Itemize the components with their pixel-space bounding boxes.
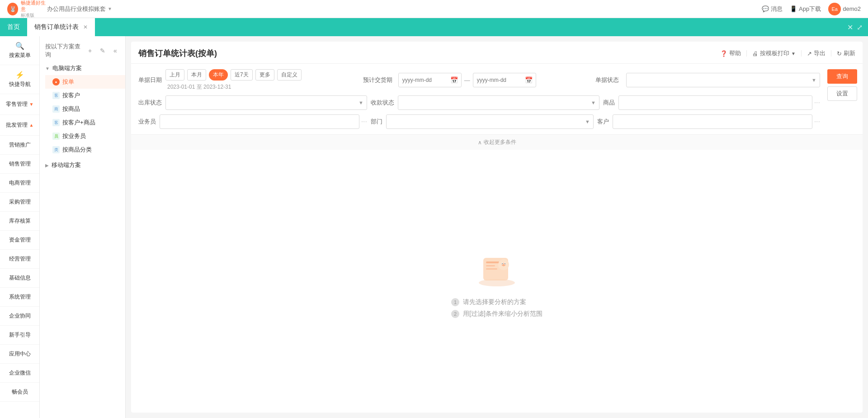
tab-close-icon[interactable]: ✕: [83, 24, 88, 30]
expected-date-to[interactable]: [473, 73, 536, 87]
panel-edit-btn[interactable]: ✎: [98, 46, 107, 55]
app-download-btn[interactable]: 📱 App下载: [790, 5, 821, 13]
salesperson-more-icon[interactable]: ···: [361, 118, 367, 126]
logo-text: 畅捷通好生意 标准版: [21, 0, 47, 18]
sidebar-item-operations[interactable]: 经营管理: [0, 250, 39, 269]
panel-add-btn[interactable]: +: [85, 46, 94, 55]
date-btn-custom[interactable]: 自定义: [277, 69, 302, 81]
print-btn[interactable]: 🖨 按模板打印 ▼: [752, 49, 796, 57]
out-status-select-wrap: ▼: [165, 95, 367, 110]
tree-item-by-product-category[interactable]: 类 按商品分类: [45, 143, 125, 157]
date-btn-this-year[interactable]: 本年: [209, 69, 228, 81]
sidebar-item-quick-nav[interactable]: ⚡ 快捷导航: [0, 65, 39, 94]
date-btn-more[interactable]: 更多: [255, 69, 274, 81]
dept-select-wrap: ▼: [386, 114, 594, 129]
goods-label: 商品: [603, 99, 615, 107]
sidebar-item-inventory[interactable]: 库存核算: [0, 212, 39, 231]
messages-btn[interactable]: 💬 消息: [762, 5, 783, 13]
collect-status-select[interactable]: [398, 95, 599, 110]
customer-input[interactable]: [613, 114, 812, 129]
by-product-category-icon: 类: [52, 146, 60, 153]
salesperson-label: 业务员: [138, 118, 156, 126]
sidebar-item-system[interactable]: 系统管理: [0, 288, 39, 307]
collapse-left-icon: «: [113, 47, 117, 54]
goods-more-icon[interactable]: ···: [814, 99, 820, 107]
tab-maximize-btn[interactable]: ⤢: [857, 23, 863, 32]
dept-select[interactable]: [386, 114, 594, 129]
sidebar-item-finance[interactable]: 资金管理: [0, 231, 39, 250]
tree-item-by-salesperson[interactable]: 员 按业务员: [45, 129, 125, 143]
status-select[interactable]: [626, 73, 820, 87]
collect-status-select-wrap: ▼: [398, 95, 599, 110]
dept-label: 部门: [371, 118, 382, 126]
date-btn-7days[interactable]: 近7天: [231, 69, 253, 81]
sidebar-item-search-menu[interactable]: 🔍 搜索菜单: [0, 36, 39, 65]
date-btn-last-month[interactable]: 上月: [165, 69, 184, 81]
sidebar-item-newbie[interactable]: 新手引导: [0, 326, 39, 345]
svg-point-8: [502, 263, 503, 264]
action-divider-1: [746, 50, 747, 57]
sidebar-item-member[interactable]: 畅会员: [0, 383, 39, 402]
tree-item-by-product[interactable]: 商 按商品: [45, 102, 125, 116]
sidebar-item-wechat[interactable]: 企业微信: [0, 364, 39, 383]
refresh-btn[interactable]: ↻ 刷新: [837, 49, 855, 57]
expected-date-to-wrap: 📅: [473, 73, 536, 87]
sidebar-item-retail[interactable]: 零售管理 ▼: [0, 94, 39, 115]
tab-home-label: 首页: [7, 23, 20, 31]
svg-rect-3: [486, 265, 495, 266]
main-area: 🔍 搜索菜单 ⚡ 快捷导航 零售管理 ▼ 批发管理 ▲ 营销推广 销售管理 电商…: [0, 36, 868, 418]
date-btn-this-month[interactable]: 本月: [187, 69, 206, 81]
search-menu-icon: 🔍: [15, 42, 24, 50]
tree-item-by-order[interactable]: ● 按单: [45, 75, 125, 89]
help-btn[interactable]: ❓ 帮助: [720, 49, 741, 57]
tree-section-pc[interactable]: ▼ 电脑端方案: [40, 62, 125, 75]
tree-expand-arrow-icon: ▼: [45, 66, 50, 71]
tree-section-mobile[interactable]: ▶ 移动端方案: [40, 158, 125, 172]
expected-date-inputs: 📅 — 📅: [398, 73, 592, 87]
tree-item-by-customer-product[interactable]: 客 按客户+商品: [45, 116, 125, 129]
tab-close-btn[interactable]: ✕: [847, 23, 853, 32]
sidebar-item-purchase[interactable]: 采购管理: [0, 193, 39, 212]
out-status-select[interactable]: [165, 95, 367, 110]
panel-collapse-btn[interactable]: «: [111, 46, 120, 55]
sidebar-item-marketing[interactable]: 营销推广: [0, 136, 39, 155]
tab-sales-stats[interactable]: 销售订单统计表 ✕: [27, 18, 95, 36]
tab-home[interactable]: 首页: [0, 18, 27, 36]
tree-item-by-customer[interactable]: 客 按客户: [45, 89, 125, 102]
sidebar-item-ecommerce[interactable]: 电商管理: [0, 174, 39, 193]
sidebar-item-basic[interactable]: 基础信息: [0, 269, 39, 288]
user-area[interactable]: Ea demo2: [828, 3, 861, 15]
breadcrumb-dropdown[interactable]: 办公用品行业模拟账套 ▼: [47, 5, 112, 13]
customer-label: 客户: [597, 118, 609, 126]
sidebar-item-wholesale[interactable]: 批发管理 ▲: [0, 115, 39, 136]
sidebar-item-enterprise[interactable]: 企业协同: [0, 307, 39, 326]
salesperson-input[interactable]: [160, 114, 359, 129]
date-label: 单据日期: [138, 76, 162, 84]
expected-date-label: 预计交货期: [363, 76, 395, 84]
query-btn[interactable]: 查询: [827, 69, 857, 84]
filter-row-2: 出库状态 ▼ 收款状态 ▼ 商品: [138, 95, 820, 110]
message-icon: 💬: [762, 5, 769, 12]
tip-num-1: 1: [451, 298, 459, 306]
empty-tip-2: 2 用[过滤]条件来缩小分析范围: [451, 310, 542, 318]
by-customer-icon: 客: [52, 92, 60, 99]
setting-btn[interactable]: 设置: [827, 86, 857, 101]
goods-input[interactable]: [618, 95, 812, 110]
sidebar-item-appcenter[interactable]: 应用中心: [0, 345, 39, 364]
export-icon: ↗: [807, 50, 812, 57]
page-title: 销售订单统计表(按单): [138, 48, 217, 59]
collapse-icon: ∧: [478, 139, 482, 146]
avatar: Ea: [828, 3, 841, 15]
content-area: 销售订单统计表(按单) ❓ 帮助 🖨 按模板打印 ▼ ↗: [126, 36, 868, 418]
export-btn[interactable]: ↗ 导出: [807, 49, 826, 57]
filter-row-3: 业务员 ··· 部门 ▼ 客户: [138, 114, 820, 129]
expected-date-from[interactable]: [398, 73, 462, 87]
by-product-icon: 商: [52, 105, 60, 113]
by-salesperson-icon: 员: [52, 133, 60, 140]
customer-more-icon[interactable]: ···: [814, 118, 820, 126]
collect-status-label: 收款状态: [371, 99, 394, 107]
sidebar-item-sales[interactable]: 销售管理: [0, 155, 39, 174]
retail-arrow-icon: ▼: [29, 102, 34, 107]
collapse-bar[interactable]: ∧ 收起更多条件: [131, 134, 863, 150]
expected-date-from-wrap: 📅: [398, 73, 462, 87]
